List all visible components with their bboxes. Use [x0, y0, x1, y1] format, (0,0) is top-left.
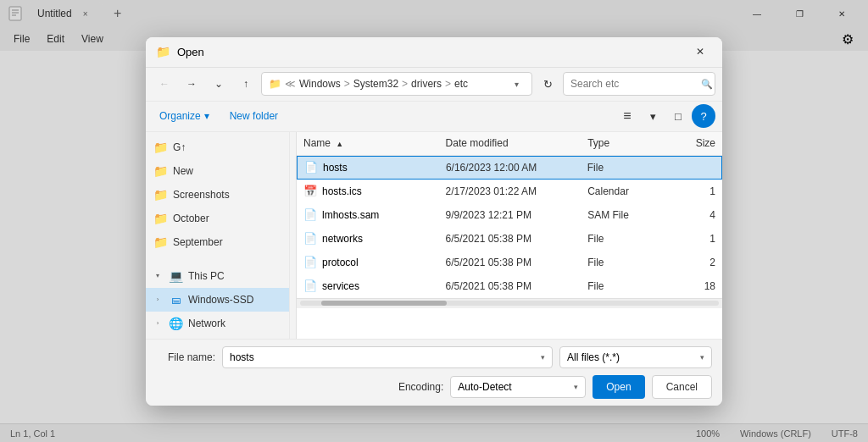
organize-button[interactable]: Organize ▾ — [153, 107, 216, 125]
resize-handle[interactable] — [290, 132, 297, 339]
path-sep3: > — [445, 78, 451, 90]
file-type: SAM File — [587, 209, 673, 221]
up-directory-button[interactable]: ↑ — [234, 72, 258, 96]
path-dropdown-button[interactable]: ▾ — [508, 75, 525, 92]
file-date: 9/9/2023 12:21 PM — [446, 209, 588, 221]
file-date: 6/5/2021 05:38 PM — [446, 233, 588, 245]
network-icon: 🌐 — [168, 317, 183, 330]
sidebar-item-network-label: Network — [188, 318, 225, 329]
open-dialog: 📁 Open ✕ ← → ⌄ ↑ 📁 ≪ Windows > System32 … — [146, 37, 722, 406]
filetype-dropdown-arrow: ▾ — [700, 353, 704, 362]
column-date[interactable]: Date modified — [446, 137, 588, 149]
encoding-row: Encoding: Auto-Detect ▾ Open Cancel — [156, 375, 712, 399]
folder-icon: 📁 — [153, 141, 168, 154]
expand-icon: › — [153, 295, 163, 305]
sidebar-item-september-label: September — [173, 236, 223, 248]
column-size[interactable]: Size — [673, 137, 715, 149]
folder-icon: 📁 — [153, 188, 168, 202]
sidebar-item-screenshots[interactable]: 📁 Screenshots — [146, 183, 289, 207]
file-size: 18 — [673, 280, 715, 292]
sidebar-item-new[interactable]: 📁 New — [146, 159, 289, 183]
path-part2: drivers — [411, 78, 442, 90]
column-name[interactable]: Name ▲ — [303, 137, 446, 149]
file-date: 6/5/2021 05:38 PM — [446, 280, 588, 292]
filename-value: hosts — [230, 351, 254, 363]
file-toolbar: Organize ▾ New folder ≡ ▾ □ ? — [146, 102, 722, 132]
dialog-close-button[interactable]: ✕ — [688, 40, 712, 64]
address-path[interactable]: 📁 ≪ Windows > System32 > drivers > etc ▾ — [261, 72, 532, 96]
table-row[interactable]: 📄 hosts 6/16/2023 12:00 AM File — [297, 156, 722, 180]
file-name: networks — [322, 233, 363, 245]
file-icon: 📄 — [303, 208, 317, 222]
sidebar-item-this-pc[interactable]: ▾ 💻 This PC — [146, 264, 289, 288]
file-date: 6/5/2021 05:38 PM — [446, 257, 588, 268]
file-name: protocol — [322, 257, 359, 268]
preview-pane-button[interactable]: □ — [666, 104, 690, 128]
dialog-overlay: 📁 Open ✕ ← → ⌄ ↑ 📁 ≪ Windows > System32 … — [0, 0, 868, 442]
filename-input[interactable]: hosts ▾ — [222, 346, 553, 368]
horizontal-scrollbar[interactable] — [297, 298, 722, 308]
path-prefix: ≪ — [285, 78, 296, 90]
table-row[interactable]: 📄 networks 6/5/2021 05:38 PM File 1 — [297, 227, 722, 251]
sidebar-item-new-label: New — [173, 165, 193, 177]
file-icon: 📄 — [304, 161, 318, 174]
search-box[interactable]: 🔍 — [563, 72, 715, 96]
view-buttons: ≡ ▾ □ ? — [615, 104, 715, 128]
sidebar-item-october[interactable]: 📁 October — [146, 207, 289, 230]
sidebar-item-windows-ssd-label: Windows-SSD — [188, 294, 253, 306]
encoding-select[interactable]: Auto-Detect ▾ — [450, 376, 586, 398]
table-row[interactable]: 📄 services 6/5/2021 05:38 PM File 18 — [297, 274, 722, 298]
column-type[interactable]: Type — [587, 137, 673, 149]
dialog-title-text: Open — [177, 46, 688, 58]
dialog-footer: File name: hosts ▾ All files (*.*) ▾ Enc… — [146, 339, 722, 406]
scrollbar-thumb[interactable] — [321, 301, 447, 306]
file-type: File — [587, 162, 672, 174]
table-row[interactable]: 📅 hosts.ics 2/17/2023 01:22 AM Calendar … — [297, 180, 722, 203]
file-name-cell: 📄 hosts — [304, 161, 446, 174]
file-size: 2 — [673, 257, 715, 268]
col-size-label: Size — [696, 137, 715, 149]
pc-icon: 💻 — [168, 269, 183, 283]
filename-label: File name: — [156, 351, 215, 363]
file-name-cell: 📄 services — [303, 279, 446, 293]
dialog-title-icon: 📁 — [156, 45, 170, 58]
drive-icon: 🖴 — [168, 295, 183, 305]
cancel-button[interactable]: Cancel — [652, 375, 712, 399]
sidebar-item-september[interactable]: 📁 September — [146, 230, 289, 254]
table-row[interactable]: 📄 protocol 6/5/2021 05:38 PM File 2 — [297, 251, 722, 274]
filename-dropdown-arrow: ▾ — [541, 353, 545, 362]
sidebar-item-windows-ssd[interactable]: › 🖴 Windows-SSD — [146, 288, 289, 312]
refresh-button[interactable]: ↻ — [536, 72, 559, 96]
sidebar-item-go-up[interactable]: 📁 G↑ — [146, 135, 289, 159]
path-sep1: > — [344, 78, 350, 90]
file-list-header: Name ▲ Date modified Type Size — [297, 132, 722, 156]
file-type: File — [587, 280, 673, 292]
sidebar: 📁 G↑ 📁 New 📁 Screenshots 📁 October 📁 — [146, 132, 290, 339]
forward-button[interactable]: → — [180, 72, 203, 96]
table-row[interactable]: 📄 lmhosts.sam 9/9/2023 12:21 PM SAM File… — [297, 203, 722, 227]
address-bar: ← → ⌄ ↑ 📁 ≪ Windows > System32 > drivers… — [146, 68, 722, 102]
file-date: 2/17/2023 01:22 AM — [446, 185, 588, 197]
sidebar-item-network[interactable]: › 🌐 Network — [146, 312, 289, 335]
detail-view-dropdown[interactable]: ▾ — [641, 104, 665, 128]
file-name-cell: 📅 hosts.ics — [303, 185, 446, 198]
back-button[interactable]: ← — [153, 72, 176, 96]
sidebar-item-goup-label: G↑ — [173, 141, 186, 153]
dialog-content: 📁 G↑ 📁 New 📁 Screenshots 📁 October 📁 — [146, 132, 722, 339]
list-view-button[interactable]: ≡ — [615, 104, 639, 128]
search-input[interactable] — [570, 78, 698, 90]
filename-row: File name: hosts ▾ All files (*.*) ▾ — [156, 346, 712, 368]
scrollbar-track[interactable] — [300, 301, 719, 306]
organize-label: Organize — [159, 110, 201, 122]
folder-icon: 📁 — [153, 235, 168, 249]
open-button[interactable]: Open — [593, 375, 644, 399]
sort-arrow: ▲ — [336, 140, 343, 148]
new-folder-button[interactable]: New folder — [223, 107, 285, 125]
new-folder-label: New folder — [230, 110, 278, 122]
file-icon: 📄 — [303, 256, 317, 269]
file-size: 1 — [673, 185, 715, 197]
search-icon: 🔍 — [701, 79, 713, 90]
recent-locations-button[interactable]: ⌄ — [207, 72, 231, 96]
filetype-select[interactable]: All files (*.*) ▾ — [559, 346, 712, 368]
help-button[interactable]: ? — [692, 104, 715, 128]
